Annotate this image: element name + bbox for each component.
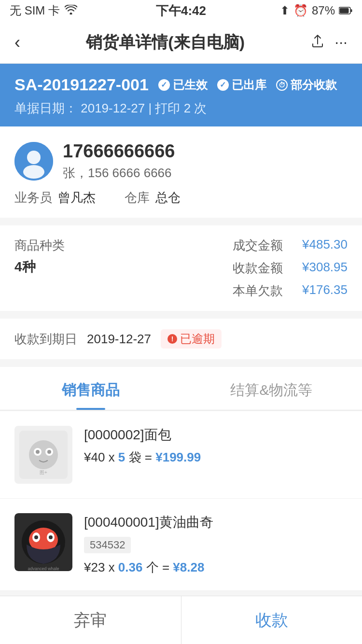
product-equals-2: = — [162, 560, 173, 574]
status-bar-left: 无 SIM 卡 — [10, 3, 77, 18]
battery-icon — [339, 4, 352, 17]
tab-settlement-label: 结算&物流等 — [230, 382, 312, 398]
summary-right: 成交金额 ¥485.30 收款金额 ¥308.95 本单欠款 ¥176.35 — [233, 237, 348, 299]
product-name-1: [0000002]面包 — [84, 426, 348, 444]
share-icon[interactable] — [310, 33, 325, 52]
wifi-icon — [65, 4, 77, 17]
product-qty-2: 0.36 — [118, 560, 143, 574]
product-thumb-1: 图+ — [14, 426, 72, 484]
tab-settlement[interactable]: 结算&物流等 — [181, 367, 362, 410]
due-date-label: 收款到期日 — [14, 331, 77, 348]
status-bar-right: ⬆ ⏰ 87% — [280, 4, 352, 17]
due-row: 本单欠款 ¥176.35 — [233, 282, 348, 299]
header-banner: SA-20191227-001 ✓ 已生效 ✓ 已出库 ⏱ 部分收款 单据日期：… — [0, 64, 362, 126]
order-date: 2019-12-27 — [81, 101, 145, 115]
print-separator: | 打印 — [148, 101, 180, 115]
warehouse-item: 仓库 总仓 — [125, 189, 181, 206]
tabs: 销售商品 结算&物流等 — [0, 367, 362, 410]
due-date-section: 收款到期日 2019-12-27 ! 已逾期 — [0, 319, 362, 359]
deal-label: 成交金额 — [233, 237, 283, 254]
product-total-1: ¥199.99 — [155, 450, 201, 464]
battery-text: 87% — [312, 4, 335, 17]
summary-left: 商品种类 4种 — [14, 237, 65, 276]
nav-actions: ··· — [310, 33, 348, 52]
due-amount-label: 本单欠款 — [233, 282, 283, 299]
more-icon[interactable]: ··· — [334, 33, 348, 51]
check-icon-shipped: ✓ — [217, 79, 229, 91]
order-id-row: SA-20191227-001 ✓ 已生效 ✓ 已出库 ⏱ 部分收款 — [14, 75, 348, 94]
salesperson-value: 曾凡杰 — [58, 189, 96, 206]
status-badge-active: ✓ 已生效 — [158, 77, 208, 93]
received-label: 收款金额 — [233, 260, 283, 277]
svg-point-10 — [36, 450, 40, 454]
product-total-2: ¥8.28 — [173, 560, 204, 574]
overdue-icon: ! — [167, 334, 177, 344]
product-price-2: ¥23 x 0.36 个 = ¥8.28 — [84, 559, 348, 576]
svg-text:图+: 图+ — [40, 470, 47, 475]
date-label: 单据日期： — [14, 101, 77, 115]
svg-point-4 — [27, 151, 41, 164]
svg-point-7 — [29, 440, 58, 469]
avatar — [14, 142, 53, 181]
product-thumb-2: advanced whale — [14, 513, 72, 571]
back-button[interactable]: ‹ — [14, 32, 20, 53]
overdue-badge: ! 已逾期 — [161, 329, 222, 349]
salesperson-item: 业务员 曾凡杰 — [14, 189, 96, 206]
location-icon: ⬆ — [280, 4, 290, 17]
product-base-price-2: ¥23 — [84, 560, 105, 574]
type-label: 商品种类 — [14, 237, 65, 254]
received-row: 收款金额 ¥308.95 — [233, 260, 348, 277]
product-multiply-1: x — [109, 450, 118, 464]
svg-point-19 — [49, 535, 53, 539]
banner-date-row: 单据日期： 2019-12-27 | 打印 2 次 — [14, 100, 348, 117]
product-unit-2: 个 — [146, 560, 159, 574]
product-qty-1: 5 — [118, 450, 125, 464]
warehouse-label: 仓库 — [125, 189, 150, 206]
customer-row: 17666666666 张，156 6666 6666 — [14, 141, 348, 182]
product-base-price-1: ¥40 — [84, 450, 105, 464]
tab-sales-products[interactable]: 销售商品 — [0, 367, 181, 410]
confirm-label: 收款 — [255, 609, 288, 631]
svg-point-11 — [47, 450, 51, 454]
clock-icon: ⏱ — [276, 79, 288, 91]
status-partial-label: 部分收款 — [291, 77, 337, 93]
product-equals-1: = — [145, 450, 155, 464]
product-unit-1: 袋 — [129, 450, 141, 464]
product-item-2: advanced whale [000400001]黄油曲奇 534532 ¥2… — [0, 499, 362, 591]
product-info-1: [0000002]面包 ¥40 x 5 袋 = ¥199.99 — [84, 426, 348, 466]
page-title: 销货单详情(来自电脑) — [86, 31, 245, 54]
due-amount-value: ¥176.35 — [302, 282, 348, 299]
status-shipped-label: 已出库 — [232, 77, 266, 93]
alarm-icon: ⏰ — [293, 4, 308, 17]
cancel-button[interactable]: 弃审 — [0, 596, 181, 644]
warehouse-value: 总仓 — [155, 189, 181, 206]
customer-info: 17666666666 张，156 6666 6666 — [63, 141, 175, 182]
deal-value: ¥485.30 — [302, 237, 348, 254]
customer-section: 17666666666 张，156 6666 6666 业务员 曾凡杰 仓库 总… — [0, 126, 362, 218]
product-item-1: 图+ [0000002]面包 ¥40 x 5 袋 = ¥199.99 — [0, 411, 362, 499]
overdue-text: 已逾期 — [180, 331, 215, 347]
salesperson-label: 业务员 — [14, 189, 52, 206]
received-value: ¥308.95 — [302, 260, 348, 277]
status-badge-partial: ⏱ 部分收款 — [276, 77, 337, 93]
svg-rect-1 — [351, 9, 352, 12]
confirm-button[interactable]: 收款 — [181, 596, 362, 644]
status-badge-shipped: ✓ 已出库 — [217, 77, 266, 93]
deal-row: 成交金额 ¥485.30 — [233, 237, 348, 254]
customer-contact: 张，156 6666 6666 — [63, 165, 175, 182]
tab-sales-products-label: 销售商品 — [62, 382, 120, 398]
cancel-label: 弃审 — [74, 609, 107, 631]
check-icon-active: ✓ — [158, 79, 170, 91]
due-date-value: 2019-12-27 — [87, 332, 151, 347]
status-active-label: 已生效 — [173, 77, 208, 93]
summary-section: 商品种类 4种 成交金额 ¥485.30 收款金额 ¥308.95 本单欠款 ¥… — [0, 225, 362, 311]
carrier-text: 无 SIM 卡 — [10, 3, 60, 18]
svg-point-18 — [34, 535, 38, 539]
product-multiply-2: x — [109, 560, 118, 574]
customer-meta: 业务员 曾凡杰 仓库 总仓 — [14, 189, 348, 206]
order-id: SA-20191227-001 — [14, 75, 149, 94]
product-info-2: [000400001]黄油曲奇 534532 ¥23 x 0.36 个 = ¥8… — [84, 513, 348, 576]
print-suffix: 次 — [194, 101, 207, 115]
product-tag-2: 534532 — [84, 537, 131, 553]
product-price-1: ¥40 x 5 袋 = ¥199.99 — [84, 449, 348, 466]
